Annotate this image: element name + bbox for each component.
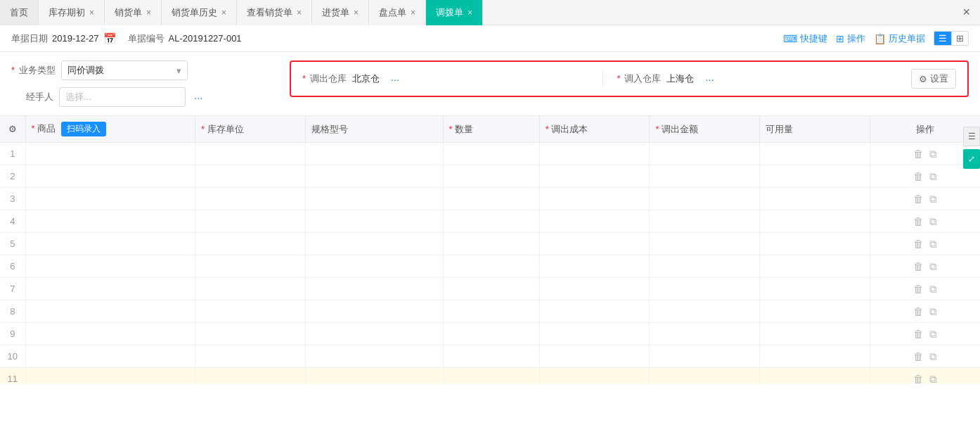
shortcuts-button[interactable]: ⌨ 快捷键 <box>783 32 827 45</box>
window-close-button[interactable]: × <box>953 0 980 25</box>
close-icon[interactable]: × <box>146 8 151 18</box>
main-content: 单据日期 2019-12-27 📅 单据编号 AL-20191227-001 ⌨… <box>0 25 980 446</box>
row-num: 7 <box>0 278 25 300</box>
tab-sales-history[interactable]: 销货单历史 × <box>162 0 237 25</box>
cell-actions: 🗑⧉ <box>870 210 980 233</box>
close-icon[interactable]: × <box>411 8 415 18</box>
cell-available <box>760 323 870 345</box>
th-gear[interactable]: ⚙ <box>0 116 25 143</box>
in-warehouse-field: * 调入仓库 上海仓 ··· <box>617 72 903 85</box>
close-icon[interactable]: × <box>468 8 472 18</box>
tab-label: 进货单 <box>322 6 349 19</box>
tab-view-sales[interactable]: 查看销货单 × <box>237 0 312 25</box>
cell-spec <box>305 143 443 165</box>
cell-product[interactable] <box>25 300 195 323</box>
delete-icon[interactable]: 🗑 <box>913 283 924 295</box>
th-amount: * 调出金额 <box>650 116 760 143</box>
row-num: 3 <box>0 188 25 210</box>
tab-sales-order[interactable]: 销货单 × <box>105 0 162 25</box>
settings-label: 设置 <box>930 72 948 85</box>
delete-icon[interactable]: 🗑 <box>913 328 924 340</box>
calendar-icon[interactable]: 📅 <box>103 32 117 45</box>
cell-available <box>760 165 870 188</box>
copy-icon[interactable]: ⧉ <box>929 328 937 340</box>
copy-icon[interactable]: ⧉ <box>929 260 937 273</box>
cell-spec <box>305 323 443 345</box>
close-icon[interactable]: × <box>89 8 94 18</box>
copy-icon[interactable]: ⧉ <box>929 193 937 205</box>
cell-product[interactable] <box>25 345 195 368</box>
tab-label: 调拨单 <box>436 6 463 19</box>
cell-unit <box>195 323 306 345</box>
cell-available <box>760 278 870 300</box>
cell-product[interactable] <box>25 165 195 188</box>
cell-product[interactable] <box>25 255 195 278</box>
cell-qty <box>443 323 539 345</box>
delete-icon[interactable]: 🗑 <box>913 350 924 362</box>
close-icon[interactable]: × <box>354 8 359 18</box>
copy-icon[interactable]: ⧉ <box>929 373 937 384</box>
table-row: 9🗑⧉ <box>0 323 980 345</box>
tab-inventory-check[interactable]: 盘点单 × <box>369 0 426 25</box>
cell-available <box>760 188 870 210</box>
th-available: 可用量 <box>760 116 870 143</box>
cell-product[interactable] <box>25 143 195 165</box>
delete-icon[interactable]: 🗑 <box>913 215 924 227</box>
cell-spec <box>305 300 443 323</box>
settings-button[interactable]: ⚙ 设置 <box>911 69 956 89</box>
history-button[interactable]: 📋 历史单据 <box>874 32 925 45</box>
operations-button[interactable]: ⊞ 操作 <box>836 32 865 45</box>
cell-product[interactable] <box>25 233 195 255</box>
in-warehouse-more-button[interactable]: ··· <box>705 73 714 85</box>
handler-label: 经手人 <box>11 91 53 103</box>
copy-icon[interactable]: ⧉ <box>929 170 937 183</box>
grid-view-button[interactable]: ⊞ <box>952 32 968 45</box>
cell-unit <box>195 255 306 278</box>
cell-qty <box>443 210 539 233</box>
cell-cost <box>539 345 650 368</box>
cell-amount <box>650 165 760 188</box>
delete-icon[interactable]: 🗑 <box>913 260 924 272</box>
cell-product[interactable] <box>25 278 195 300</box>
table-row: 6🗑⧉ <box>0 255 980 278</box>
tab-inventory-init[interactable]: 库存期初 × <box>39 0 105 25</box>
copy-icon[interactable]: ⧉ <box>929 283 937 295</box>
copy-icon[interactable]: ⧉ <box>929 238 937 250</box>
cell-cost <box>539 278 650 300</box>
right-panel-expand-button[interactable]: ⤢ <box>963 149 980 169</box>
cell-product[interactable] <box>25 323 195 345</box>
cell-product[interactable] <box>25 368 195 384</box>
tab-transfer-order[interactable]: 调拨单 × <box>426 0 483 25</box>
table-row: 2🗑⧉ <box>0 165 980 188</box>
scan-button[interactable]: 扫码录入 <box>61 122 106 136</box>
cell-cost <box>539 300 650 323</box>
out-warehouse-more-button[interactable]: ··· <box>391 73 400 85</box>
close-icon[interactable]: × <box>221 8 226 18</box>
copy-icon[interactable]: ⧉ <box>929 305 937 318</box>
delete-icon[interactable]: 🗑 <box>913 170 924 182</box>
list-view-button[interactable]: ☰ <box>934 32 952 45</box>
form-left: * 业务类型 同价调拨 ▾ 经手人 选择... ··· <box>11 60 278 107</box>
tab-purchase-order[interactable]: 进货单 × <box>312 0 369 25</box>
cell-spec <box>305 233 443 255</box>
delete-icon[interactable]: 🗑 <box>913 305 924 317</box>
cell-product[interactable] <box>25 210 195 233</box>
delete-icon[interactable]: 🗑 <box>913 373 924 383</box>
subtotal-row: 11 🗑⧉ <box>0 368 980 384</box>
tab-home[interactable]: 首页 <box>0 0 39 25</box>
delete-icon[interactable]: 🗑 <box>913 238 924 250</box>
cell-available <box>760 233 870 255</box>
business-type-dropdown[interactable]: 同价调拨 ▾ <box>61 60 188 80</box>
chevron-down-icon: ▾ <box>176 65 181 76</box>
delete-icon[interactable]: 🗑 <box>913 148 924 160</box>
right-panel-list-button[interactable]: ☰ <box>963 127 980 146</box>
delete-icon[interactable]: 🗑 <box>913 193 924 205</box>
copy-icon[interactable]: ⧉ <box>929 350 937 363</box>
copy-icon[interactable]: ⧉ <box>929 215 937 228</box>
table-scroll-container[interactable]: ⚙ * 商品 扫码录入 * 库存单位 规格型号 <box>0 116 980 383</box>
handler-more-button[interactable]: ··· <box>194 91 203 103</box>
handler-dropdown[interactable]: 选择... <box>59 87 186 107</box>
close-icon[interactable]: × <box>297 8 302 18</box>
copy-icon[interactable]: ⧉ <box>929 148 937 160</box>
cell-product[interactable] <box>25 188 195 210</box>
